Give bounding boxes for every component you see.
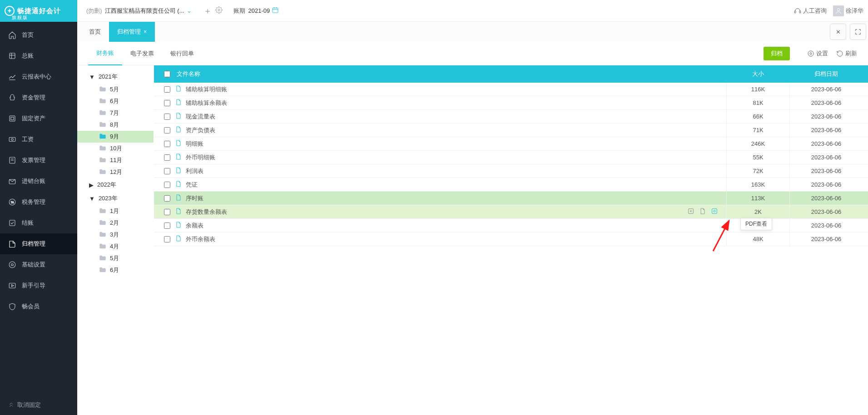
settings-button[interactable]: 设置 [807, 49, 828, 58]
folder-icon [99, 121, 106, 129]
fullscreen-button[interactable] [850, 24, 866, 40]
month-label: 4月 [110, 242, 119, 251]
table-row[interactable]: 现金流量表66K2023-06-06 [154, 110, 868, 124]
tree-month[interactable]: 7月 [77, 107, 154, 119]
sec-tab-finance[interactable]: 财务账 [88, 42, 122, 65]
refresh-button[interactable]: 刷新 [836, 49, 857, 58]
add-company-button[interactable]: ＋ [203, 5, 212, 16]
download-excel-icon[interactable] [687, 208, 694, 216]
sec-tab-bankreceipt[interactable]: 银行回单 [162, 42, 202, 65]
view-pdf-icon[interactable] [711, 208, 718, 216]
select-all-checkbox[interactable] [164, 71, 170, 77]
sec-tab-einvoice[interactable]: 电子发票 [122, 42, 162, 65]
user-menu[interactable]: 徐泽华 [833, 5, 863, 16]
row-checkbox[interactable] [164, 100, 170, 106]
file-date: 2023-06-06 [790, 154, 863, 161]
nav-label: 结账 [22, 219, 34, 227]
table-header: 文件名称 大小 归档日期 [154, 65, 868, 83]
company-selector[interactable]: (勿删) 江西服宝精品有限责任公司 (... ⌄ [86, 7, 192, 15]
table-row[interactable]: 明细账246K2023-06-06 [154, 137, 868, 151]
row-checkbox[interactable] [164, 236, 170, 242]
tree-month[interactable]: 3月 [77, 229, 154, 241]
tab-archive[interactable]: 归档管理 × [109, 22, 155, 42]
month-label: 6月 [110, 266, 119, 274]
file-icon [175, 235, 182, 243]
svg-point-15 [11, 264, 14, 266]
row-checkbox[interactable] [164, 222, 170, 229]
table-row[interactable]: 外币余额表48K2023-06-06 [154, 232, 868, 246]
file-size: 2K [726, 205, 790, 218]
nav-label: 资金管理 [22, 94, 45, 102]
file-size: 71K [726, 124, 790, 137]
row-checkbox[interactable] [164, 86, 170, 93]
nav-item-6[interactable]: 发票管理 [0, 150, 77, 171]
nav-item-2[interactable]: 云报表中心 [0, 66, 77, 87]
file-icon [175, 99, 182, 107]
row-checkbox[interactable] [164, 154, 170, 161]
nav-item-3[interactable]: 资金管理 [0, 87, 77, 108]
tab-home[interactable]: 首页 [81, 22, 109, 42]
nav-item-11[interactable]: 基础设置 [0, 254, 77, 275]
tabstrip: 首页 归档管理 × ✕ [77, 22, 868, 42]
calendar-icon[interactable] [272, 6, 279, 15]
support-button[interactable]: 人工咨询 [794, 7, 827, 15]
table-row[interactable]: 外币明细账55K2023-06-06 [154, 151, 868, 164]
row-checkbox[interactable] [164, 141, 170, 147]
tree-month[interactable]: 5月 [77, 252, 154, 264]
file-date: 2023-06-06 [790, 86, 863, 93]
nav-item-10[interactable]: 归档管理 [0, 233, 77, 254]
col-size: 大小 [726, 70, 790, 78]
nav-item-5[interactable]: 工资 [0, 129, 77, 150]
tree-month[interactable]: 4月 [77, 241, 154, 252]
file-date: 2023-06-06 [790, 236, 863, 242]
tree-month[interactable]: 2月 [77, 217, 154, 229]
nav-item-0[interactable]: 首页 [0, 25, 77, 45]
table-row[interactable]: 资产负债表71K2023-06-06 [154, 124, 868, 137]
row-checkbox[interactable] [164, 127, 170, 133]
company-name: 江西服宝精品有限责任公司 (... [105, 7, 184, 15]
nav-label: 固定资产 [22, 114, 45, 123]
nav-item-7[interactable]: 进销台账 [0, 171, 77, 192]
tree-month[interactable]: 8月 [77, 119, 154, 131]
tree-year[interactable]: ▶2022年 [77, 178, 154, 192]
tree-year[interactable]: ▼2021年 [77, 70, 154, 84]
row-checkbox[interactable] [164, 114, 170, 120]
table-row[interactable]: 存货数量余额表2K2023-06-06 [154, 205, 868, 219]
row-checkbox[interactable] [164, 182, 170, 188]
secondary-toolbar: 财务账 电子发票 银行回单 归档 设置 刷新 [77, 42, 868, 65]
unpin-button[interactable]: 取消固定 [0, 395, 77, 415]
table-row[interactable]: 序时账113K2023-06-06 [154, 192, 868, 205]
tree-month[interactable]: 1月 [77, 205, 154, 217]
nav-item-8[interactable]: %税务管理 [0, 192, 77, 212]
tree-month[interactable]: 10月 [77, 143, 154, 154]
download-pdf-icon[interactable] [699, 208, 706, 216]
month-label: 1月 [110, 207, 119, 215]
table-row[interactable]: 凭证163K2023-06-06 [154, 178, 868, 192]
tab-close-button[interactable]: ✕ [830, 24, 846, 40]
company-settings-button[interactable] [215, 6, 223, 15]
table-row[interactable]: 辅助核算明细账116K2023-06-06 [154, 83, 868, 96]
row-checkbox[interactable] [164, 168, 170, 174]
nav-item-1[interactable]: 总账 [0, 45, 77, 66]
archive-button[interactable]: 归档 [764, 47, 790, 60]
row-checkbox[interactable] [164, 195, 170, 202]
nav-item-4[interactable]: 固定资产 [0, 108, 77, 129]
month-label: 11月 [110, 156, 122, 164]
tree-month[interactable]: 12月 [77, 166, 154, 178]
tree-year[interactable]: ▼2023年 [77, 192, 154, 205]
tree-month[interactable]: 6月 [77, 264, 154, 276]
tree-month[interactable]: 11月 [77, 154, 154, 166]
nav-item-13[interactable]: 畅会员 [0, 296, 77, 317]
tree-month[interactable]: 6月 [77, 95, 154, 107]
row-checkbox[interactable] [164, 209, 170, 215]
tree-month[interactable]: 5月 [77, 84, 154, 95]
tree-month[interactable]: 9月 [77, 131, 154, 143]
table-row[interactable]: 利润表72K2023-06-06 [154, 164, 868, 178]
table-row[interactable]: 辅助核算余额表81K2023-06-06 [154, 96, 868, 110]
nav-item-12[interactable]: 新手引导 [0, 275, 77, 296]
nav-icon: % [8, 198, 16, 206]
file-icon [175, 208, 182, 216]
nav-item-9[interactable]: 结账 [0, 212, 77, 233]
year-label: 2021年 [99, 73, 118, 81]
close-icon[interactable]: × [144, 29, 147, 35]
